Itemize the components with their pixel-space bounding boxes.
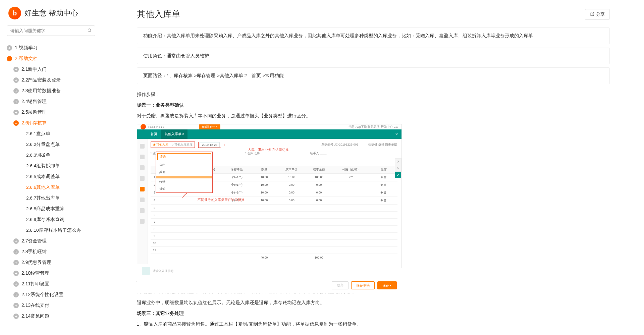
logo-area: b 好生意 帮助中心 <box>0 7 102 25</box>
nav-label: 2.6.7其他出库单 <box>26 195 60 201</box>
share-button[interactable]: 分享 <box>585 9 610 20</box>
nav-l2-8[interactable]: +2.8手机旺铺 <box>0 246 102 257</box>
rail-icon <box>140 219 145 224</box>
close-icon: × <box>395 131 401 137</box>
plus-icon: + <box>13 260 19 265</box>
nav-l2-11[interactable]: +2.11打印设置 <box>0 279 102 289</box>
ss-topbar: TEST-HSY2 直播限时一下 消息 App下载 联系客服 帮助中心 CC <box>137 124 401 129</box>
path-label: 页面路径： <box>143 73 167 78</box>
minus-icon: − <box>7 56 12 61</box>
nav-l3-10[interactable]: 2.6.10库存账本错了怎么办 <box>0 225 102 236</box>
nav-label: 2.8手机旺铺 <box>21 249 47 255</box>
ss-dropdown: 请选 自由 其他 收赠 拆卸 <box>156 152 213 193</box>
ss-dd-opt: 拆卸 <box>156 185 212 192</box>
embedded-screenshot: TEST-HSY2 直播限时一下 消息 App下载 联系客服 帮助中心 CC 首… <box>137 124 402 268</box>
nav-l3-5[interactable]: 2.6.5成本调整单 <box>0 171 102 182</box>
nav-label: 2.6库存核算 <box>21 120 47 126</box>
nav-l3-1[interactable]: 2.6.1盘点单 <box>0 128 102 139</box>
nav-l2-2[interactable]: +2.2产品安装及登录 <box>0 75 102 86</box>
main-content: 其他入库单 分享 功能介绍：其他入库单用来处理除采购入库、产成品入库之外的其他入… <box>102 0 644 335</box>
nav-l2-13[interactable]: +2.13在线支付 <box>0 300 102 311</box>
ss-tr: 5 <box>151 205 397 212</box>
nav-l3-8[interactable]: 2.6.8商品成本重算 <box>0 204 102 214</box>
nav-l2-4[interactable]: +2.4销售管理 <box>0 96 102 107</box>
nav-l2-3[interactable]: +2.3使用前数据准备 <box>0 86 102 96</box>
plus-icon: + <box>13 292 19 297</box>
path-text: 1、库存核算->库存管理->其他入库单 2、首页->常用功能 <box>167 73 284 78</box>
ss-tabbar: 首页 其他入库单 × × <box>137 129 401 139</box>
nav-l3-7[interactable]: 2.6.7其他出库单 <box>0 193 102 204</box>
nav-l2-1[interactable]: +2.1新手入门 <box>0 64 102 75</box>
steps-label: 操作步骤： <box>137 92 610 98</box>
rail-icon <box>140 187 145 191</box>
sidebar: b 好生意 帮助中心 +1.视频学习 −2.帮助文档 +2.1新手入门 +2.2… <box>0 0 102 335</box>
rail-icon <box>140 208 145 213</box>
nav-label: 2.6.3调拨单 <box>26 152 50 158</box>
ss-radio1: 其他入库 <box>156 143 168 146</box>
ss-footer: 放弃 保存草稿 保存 ▾ <box>137 278 401 293</box>
nav-l2-7[interactable]: +2.7资金管理 <box>0 236 102 246</box>
plus-icon: + <box>13 249 19 255</box>
nav-label: 2.帮助文档 <box>15 56 38 62</box>
scene1-text: 对于受赠、盘盈或是拆装入库等不同的业务，是通过单据头【业务类型】进行区分。 <box>137 112 610 120</box>
ss-logo-icon <box>141 124 146 129</box>
rail-icon <box>140 144 145 149</box>
ss-tr: 11 <box>151 247 397 254</box>
plus-icon: + <box>13 88 19 94</box>
ss-top-btn: 直播限时一下 <box>199 124 220 129</box>
search-icon[interactable] <box>87 28 92 34</box>
nav-l3-6[interactable]: 2.6.6其他入库单 <box>0 182 102 193</box>
nav-l2-12[interactable]: +2.12系统个性化设置 <box>0 289 102 300</box>
intro-box: 功能介绍：其他入库单用来处理除采购入库、产成品入库之外的其他入库业务，因此其他入… <box>137 27 610 44</box>
plus-icon: + <box>13 281 19 287</box>
nav-l1-doc[interactable]: −2.帮助文档 <box>0 53 102 64</box>
nav-l1-video[interactable]: +1.视频学习 <box>0 43 102 53</box>
ss-sum: 40.00100.00 <box>151 254 397 261</box>
nav-l2-5[interactable]: +2.5采购管理 <box>0 107 102 118</box>
nav-l2-10[interactable]: +2.10经营管理 <box>0 268 102 279</box>
path-box: 页面路径：1、库存核算->库存管理->其他入库单 2、首页->常用功能 <box>137 67 610 84</box>
ss-docno: 单据编号 JC-20191226-001 <box>321 143 359 147</box>
nav-l3-4[interactable]: 2.6.4组装拆卸单 <box>0 161 102 171</box>
search-box <box>7 25 95 36</box>
remark-icon <box>142 267 150 275</box>
ss-tab-home: 首页 <box>147 129 161 139</box>
role-label: 使用角色： <box>143 53 167 58</box>
nav-label: 2.6.4组装拆卸单 <box>26 163 60 169</box>
ss-body: ⟳ ✎ ⤢ ◉ 其他入库 ○ 其他入库退库 2019-12-26 ← 入库、退出… <box>137 139 401 264</box>
scene3-title: 场景三：其它业务处理 <box>137 311 610 317</box>
rail-icon <box>140 155 145 159</box>
rail-icon: ✎ <box>395 165 401 172</box>
ss-tab-doc: 其他入库单 × <box>161 129 188 139</box>
scene1-title: 场景一：业务类型确认 <box>137 102 610 108</box>
nav-label: 1.视频学习 <box>15 45 38 51</box>
ss-toolbar: 快捷键 选择 历史单据 <box>368 143 397 147</box>
nav-l3-3[interactable]: 2.6.3调拨单 <box>0 150 102 161</box>
ss-radio2: 其他入库退库 <box>174 143 193 146</box>
minus-icon: − <box>13 120 19 126</box>
ss-tr: 7 <box>151 219 397 226</box>
nav-l3-9[interactable]: 2.6.9库存账本查询 <box>0 214 102 225</box>
ss-tr: 10 <box>151 240 397 247</box>
nav-label: 2.14常见问题 <box>21 313 49 319</box>
nav-l2-9[interactable]: +2.9优惠券管理 <box>0 257 102 268</box>
nav-label: 2.6.9库存账本查询 <box>26 217 64 223</box>
ss-dd-opt: 自由 <box>156 162 212 169</box>
svg-line-1 <box>91 31 92 32</box>
nav-l3-2[interactable]: 2.6.2分量盘点单 <box>0 139 102 150</box>
ss-dd-opt: 收赠 <box>156 178 212 185</box>
nav-l2-6[interactable]: −2.6库存核算 <box>0 118 102 128</box>
nav-label: 2.6.1盘点单 <box>26 131 50 137</box>
brand-title: 好生意 帮助中心 <box>24 8 78 18</box>
ss-btn-close: 放弃 <box>332 281 348 289</box>
search-input[interactable] <box>7 25 95 36</box>
nav-l2-14[interactable]: +2.14常见问题 <box>0 311 102 322</box>
rail-icon <box>140 176 145 181</box>
nav-label: 2.1新手入门 <box>21 66 47 72</box>
ss-doctype-box: ◉ 其他入库 ○ 其他入库退库 <box>151 142 195 148</box>
intro-label: 功能介绍： <box>143 33 167 38</box>
ss-right-rail: ⟳ ✎ ⤢ <box>395 158 401 178</box>
ss-annot2: 不同业务的入库类型在这里切换 <box>198 198 245 202</box>
ss-btn-save: 保存 ▾ <box>377 281 397 289</box>
nav-label: 2.12系统个性化设置 <box>21 292 63 298</box>
